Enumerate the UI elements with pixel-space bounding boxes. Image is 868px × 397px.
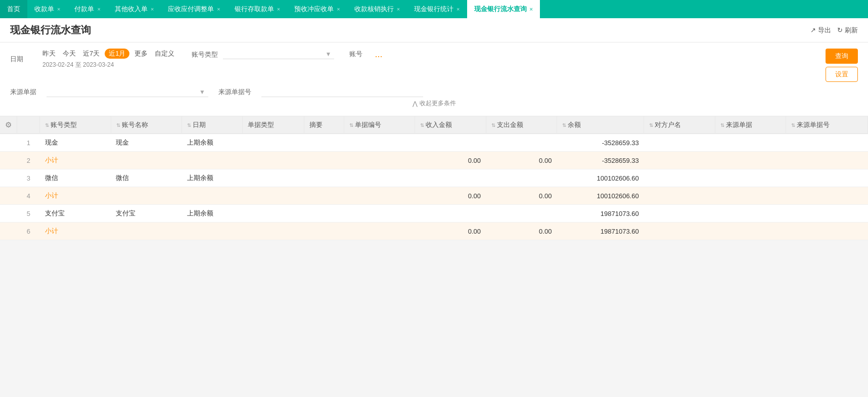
table-cell [243,152,304,169]
nav-close-icon[interactable]: × [57,6,60,12]
table-cell [715,205,786,223]
nav-item-现金银行统计[interactable]: 现金银行统计× [407,0,467,18]
date-filter-group: 昨天 今天 近7天 近1月 更多 自定义 2023-02-24 至 2023-0… [40,49,176,69]
table-gear-icon[interactable]: ⚙ [5,120,12,129]
col-doc-type: 单据类型 [243,116,304,134]
account-type-select[interactable]: ▼ [223,50,334,59]
table-cell [786,152,867,169]
table-cell: 0.00 [415,187,486,205]
date-filter-label: 日期 [10,55,30,64]
nav-close-icon[interactable]: × [456,6,460,12]
date-btn-more[interactable]: 更多 [132,49,150,59]
col-income[interactable]: ⇅收入金额 [415,116,486,134]
table-cell: 支付宝 [40,205,111,223]
table-cell: 100102606.60 [557,187,644,205]
col-source-doc[interactable]: ⇅来源单据 [715,116,786,134]
nav-close-icon[interactable]: × [277,6,280,12]
table-cell: 小计 [40,187,111,205]
account-label: 账号 [349,50,370,59]
nav-item-银行存取款单[interactable]: 银行存取款单× [227,0,287,18]
nav-close-icon[interactable]: × [530,6,533,12]
table-cell: 0.00 [486,187,557,205]
table-cell [304,187,344,205]
nav-close-icon[interactable]: × [217,6,220,12]
refresh-icon: ↻ [837,26,843,34]
col-counterparty[interactable]: ⇅对方户名 [644,116,715,134]
table-body: 1现金现金上期余额-3528659.332小计0.000.00-3528659.… [0,134,868,240]
date-btn-custom[interactable]: 自定义 [153,49,176,59]
col-summary: 摘要 [304,116,344,134]
table-cell: 微信 [111,169,181,187]
table-cell: 支付宝 [111,205,181,223]
col-account-type[interactable]: ⇅账号类型 [40,116,111,134]
date-btn-7days[interactable]: 近7天 [81,49,102,59]
table-cell [786,187,867,205]
export-button[interactable]: ↗ 导出 [810,26,831,35]
nav-item-应收应付调整单[interactable]: 应收应付调整单× [161,0,227,18]
settings-button[interactable]: 设置 [826,67,858,82]
nav-close-icon[interactable]: × [151,6,154,12]
col-date[interactable]: ⇅日期 [182,116,243,134]
nav-item-其他收入单[interactable]: 其他收入单× [108,0,161,18]
nav-close-icon[interactable]: × [97,6,100,12]
top-navigation: 首页收款单×付款单×其他收入单×应收应付调整单×银行存取款单×预收冲应收单×收款… [0,0,868,18]
date-buttons: 昨天 今天 近7天 近1月 更多 自定义 [40,49,176,59]
cash-bank-table: ⚙ ⇅账号类型 ⇅账号名称 ⇅日期 单据类型 摘要 ⇅单据编号 ⇅收入金额 ⇅支… [0,116,868,240]
table-cell [715,134,786,152]
table-cell [344,205,415,223]
nav-close-icon[interactable]: × [337,6,340,12]
table-row: 3微信微信上期余额100102606.60 [0,169,868,187]
table-row: 5支付宝支付宝上期余额19871073.60 [0,205,868,223]
table-cell [644,223,715,240]
nav-item-收款单[interactable]: 收款单× [27,0,67,18]
col-account-name[interactable]: ⇅账号名称 [111,116,181,134]
col-source-doc-no[interactable]: ⇅来源单据号 [786,116,867,134]
table-cell [111,187,181,205]
date-btn-yesterday[interactable]: 昨天 [40,49,58,59]
data-table-container: ⚙ ⇅账号类型 ⇅账号名称 ⇅日期 单据类型 摘要 ⇅单据编号 ⇅收入金额 ⇅支… [0,116,868,240]
source-doc-label: 来源单据 [10,87,36,97]
date-btn-today[interactable]: 今天 [61,49,78,59]
col-balance[interactable]: ⇅余额 [557,116,644,134]
nav-item-首页[interactable]: 首页 [0,0,27,18]
refresh-button[interactable]: ↻ 刷新 [837,26,858,35]
nav-item-现金银行流水查询[interactable]: 现金银行流水查询× [467,0,540,18]
table-cell [304,223,344,240]
account-dots-button[interactable]: ... [375,50,382,59]
query-button[interactable]: 查询 [826,49,858,64]
date-btn-1month[interactable]: 近1月 [105,49,129,59]
table-cell [304,169,344,187]
table-cell [644,205,715,223]
table-cell [415,134,486,152]
table-row: 1现金现金上期余额-3528659.33 [0,134,868,152]
table-cell [786,134,867,152]
table-cell [715,187,786,205]
table-cell [644,187,715,205]
nav-item-预收冲应收单[interactable]: 预收冲应收单× [287,0,347,18]
collapse-bar[interactable]: ⋀ 收起更多条件 [10,97,858,110]
table-cell: 19871073.60 [557,223,644,240]
nav-close-icon[interactable]: × [397,6,400,12]
table-cell [243,187,304,205]
nav-item-付款单[interactable]: 付款单× [67,0,107,18]
table-cell [243,223,304,240]
table-cell [182,223,243,240]
source-doc-select[interactable]: ▼ [47,87,208,97]
table-cell [344,134,415,152]
table-cell [0,169,17,187]
col-settings: ⚙ [0,116,17,134]
nav-item-收款核销执行[interactable]: 收款核销执行× [347,0,407,18]
table-cell [486,169,557,187]
table-cell [344,187,415,205]
table-cell [243,205,304,223]
table-cell: 3 [17,169,40,187]
table-cell [182,187,243,205]
page-header: 现金银行流水查询 ↗ 导出 ↻ 刷新 [0,18,868,42]
col-doc-no[interactable]: ⇅单据编号 [344,116,415,134]
page-title: 现金银行流水查询 [10,23,91,37]
table-cell [786,223,867,240]
col-expense[interactable]: ⇅支出金额 [486,116,557,134]
table-cell [344,169,415,187]
table-cell [111,152,181,169]
source-doc-no-input[interactable] [261,87,423,97]
